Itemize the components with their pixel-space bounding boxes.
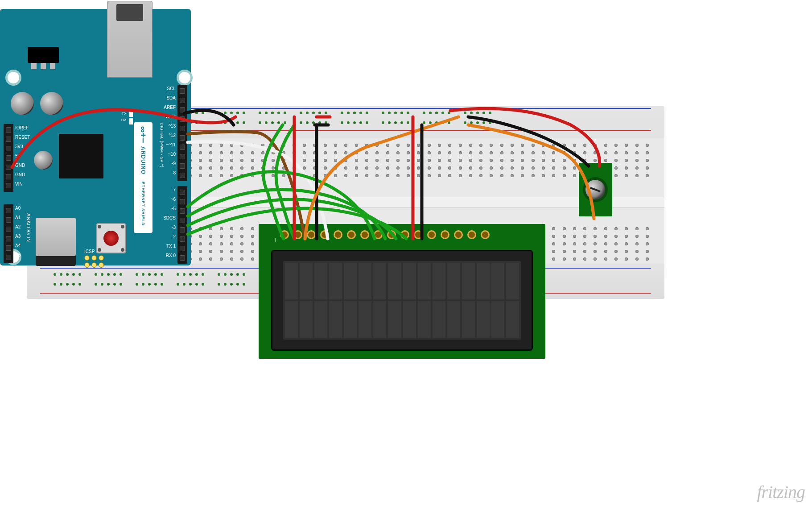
pin-label: 7	[173, 187, 176, 192]
pin-label: ~6	[171, 197, 176, 202]
pin-label: 2	[173, 234, 176, 239]
lcd-screen	[283, 261, 521, 340]
fritzing-watermark: fritzing	[757, 481, 805, 502]
pin-label: ~5	[171, 206, 176, 211]
pin-label: RX 0	[166, 253, 176, 258]
potentiometer-dial[interactable]	[585, 180, 605, 199]
arduino-ethernet-shield: ∞+− ARDUINO ETHERNET SHIELD ANALOG IN DI…	[0, 9, 191, 265]
lcd-bezel	[271, 250, 533, 351]
pin-label: ~3	[171, 225, 176, 230]
lcd-pin-row[interactable]	[280, 230, 490, 239]
lcd-16x2: 1	[259, 224, 545, 359]
pin-label: SDCS	[163, 216, 176, 220]
lcd-pin1-marker: 1	[274, 237, 277, 244]
pin-label: TX 1	[166, 244, 176, 249]
trim-potentiometer	[579, 163, 612, 216]
fritzing-diagram: ∞+− ARDUINO ETHERNET SHIELD ANALOG IN DI…	[0, 0, 812, 506]
